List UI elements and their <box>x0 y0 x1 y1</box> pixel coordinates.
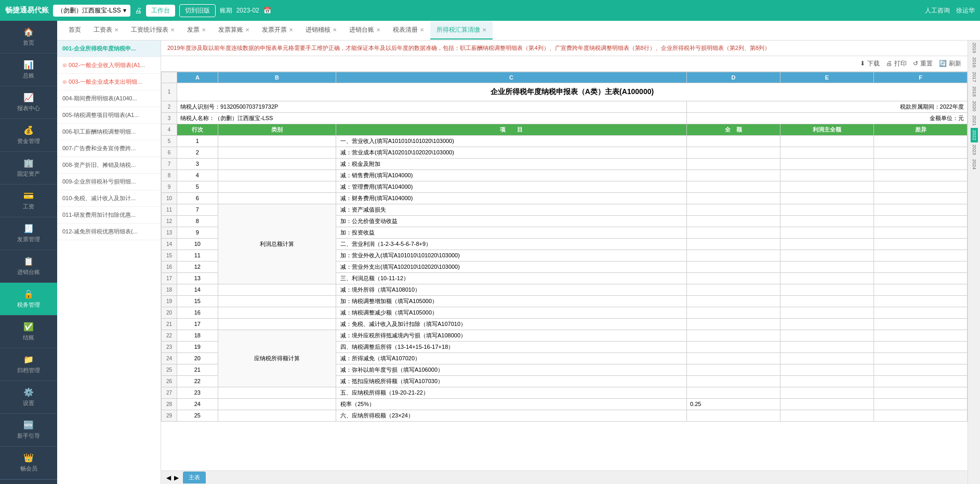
sidebar-label-invoice: 发票管理 <box>17 236 40 243</box>
assets-icon: 🏢 <box>23 158 34 168</box>
tab-trade-ledger[interactable]: 进销台账 ✕ <box>343 21 387 40</box>
sidebar-item-trade[interactable]: 📋 进销台账 <box>0 250 57 283</box>
sheet-tab-main[interactable]: 主表 <box>183 472 206 483</box>
row-num: 1 <box>162 83 177 101</box>
print-button[interactable]: 🖨 打印 <box>886 59 907 68</box>
close-icon[interactable]: ✕ <box>114 27 118 33</box>
sub-list: 001-企业所得税年度纳税申... ⊙ 002-一般企业收入明细表(A1... … <box>57 41 161 484</box>
sidebar-item-assets[interactable]: 🏢 固定资产 <box>0 152 57 185</box>
table-row: 18 14 减：境外所得（填写A108010） <box>162 284 968 295</box>
tab-income-tax[interactable]: 所得税汇算清缴 ✕ <box>430 21 493 40</box>
top-bar: 畅捷通易代账 （勿删）江西服宝-LSS ▾ 🖨 工作台 切到旧版 账期 2023… <box>0 0 980 21</box>
reset-button[interactable]: ↺ 重置 <box>913 59 933 68</box>
close-icon[interactable]: ✕ <box>333 27 337 33</box>
sidebar-item-settle[interactable]: ✅ 结账 <box>0 316 57 348</box>
prev-sheet-icon[interactable]: ◀ <box>166 474 171 481</box>
sidebar-label-report: 报表中心 <box>17 104 40 112</box>
close-icon[interactable]: ✕ <box>482 27 486 33</box>
sub-list-item-002[interactable]: ⊙ 002-一般企业收入明细表(A1... <box>57 57 161 74</box>
timeline-2020[interactable]: 2020 <box>971 99 978 113</box>
sidebar-item-member[interactable]: 👑 畅会员 <box>0 447 57 479</box>
close-icon[interactable]: ✕ <box>376 27 380 33</box>
sub-list-item-008[interactable]: 008-资产折旧、摊销及纳税... <box>57 157 161 174</box>
sidebar-bottom: 📌 取消固定 <box>0 479 57 484</box>
sidebar-item-home[interactable]: 🏠 首页 <box>0 21 57 54</box>
tab-salary-report[interactable]: 工资统计报表 ✕ <box>125 21 181 40</box>
sub-list-item-003[interactable]: ⊙ 003-一般企业成本支出明细... <box>57 74 161 90</box>
sidebar-label-trade: 进销台账 <box>17 268 40 276</box>
calendar-icon: 📅 <box>263 7 271 14</box>
sub-list-item-010[interactable]: 010-免税、减计收入及加计... <box>57 190 161 207</box>
sub-list-item-009[interactable]: 009-企业所得税补亏损明细... <box>57 174 161 190</box>
user-service[interactable]: 人工咨询 <box>925 6 950 15</box>
sidebar-item-ledger[interactable]: 📊 总账 <box>0 54 57 86</box>
trade-icon: 📋 <box>23 256 34 266</box>
tab-home[interactable]: 首页 <box>62 21 87 40</box>
sub-list-item-005[interactable]: 005-纳税调整项目明细表(A1... <box>57 107 161 124</box>
warning-bar: 2019年度涉及取以前年度连续数据的申报表单元格需要手工维护正确，才能保证本年及… <box>161 41 968 56</box>
download-button[interactable]: ⬇ 下载 <box>860 59 880 68</box>
sub-list-item-011[interactable]: 011-研发费用加计扣除优惠... <box>57 207 161 224</box>
sub-list-item-006[interactable]: 006-职工薪酬纳税调整明细... <box>57 124 161 140</box>
close-icon[interactable]: ✕ <box>170 27 175 33</box>
table-row: 6 2 减：营业成本(填写A102010\102020\103000) <box>162 147 968 158</box>
table-row: 11 7 利润总额计算 减：资产减值损失 <box>162 204 968 215</box>
timeline-2018[interactable]: 2018 <box>971 84 978 99</box>
workspace-button[interactable]: 工作台 <box>146 5 175 17</box>
row-num: 3 <box>162 112 177 124</box>
timeline-2021[interactable]: 2021 <box>971 113 978 128</box>
timeline-2016[interactable]: 2016 <box>971 55 978 70</box>
sidebar-item-capital[interactable]: 💰 资金管理 <box>0 119 57 152</box>
tab-trade-check[interactable]: 进销稽核 ✕ <box>299 21 343 40</box>
company-select[interactable]: （勿删）江西服宝-LSS ▾ <box>53 5 130 17</box>
tab-bar: 首页 工资表 ✕ 工资统计报表 ✕ 发票 ✕ 发票算账 ✕ 发票开票 ✕ 进销稽… <box>57 21 980 41</box>
timeline-2024[interactable]: 2024 <box>971 157 978 172</box>
sub-list-item-012[interactable]: 012-减免所得税优惠明细表(... <box>57 224 161 240</box>
warning-text: 2019年度涉及取以前年度连续数据的申报表单元格需要手工维护正确，才能保证本年及… <box>167 45 770 51</box>
switch-old-button[interactable]: 切到旧版 <box>179 4 216 17</box>
table-row: 19 15 加：纳税调整增加额（填写A105000） <box>162 295 968 307</box>
tab-invoice-open[interactable]: 发票开票 ✕ <box>256 21 299 40</box>
close-icon[interactable]: ✕ <box>202 27 206 33</box>
sheet-area: A B C D E F 1 <box>161 72 968 471</box>
tab-salary[interactable]: 工资表 ✕ <box>87 21 125 40</box>
period-value: 2023-02 <box>236 7 259 14</box>
table-row: 21 17 减：免税、减计收入及加计扣除（填写A107010） <box>162 318 968 330</box>
header-diff: 差异 <box>874 124 968 135</box>
sidebar-item-tax[interactable]: 🔒 税务管理 <box>0 283 57 316</box>
timeline-2022[interactable]: 2022 <box>971 128 978 142</box>
archive-icon: 📁 <box>23 355 34 364</box>
timeline-2017[interactable]: 2017 <box>971 70 978 84</box>
timeline-2023[interactable]: 2023 <box>971 142 978 157</box>
tab-invoice-calc[interactable]: 发票算账 ✕ <box>212 21 256 40</box>
tab-tax-list[interactable]: 税表清册 ✕ <box>387 21 430 40</box>
sidebar-item-settings[interactable]: ⚙️ 设置 <box>0 381 57 414</box>
sidebar-item-salary[interactable]: 💳 工资 <box>0 185 57 217</box>
refresh-button[interactable]: 🔄 刷新 <box>939 59 961 68</box>
sub-list-item-001[interactable]: 001-企业所得税年度纳税申... <box>57 41 161 57</box>
sub-list-item-007[interactable]: 007-广告费和业务宣传费跨... <box>57 140 161 157</box>
table-row: 20 16 减：纳税调整减少额（填写A105000） <box>162 307 968 318</box>
refresh-icon: 🔄 <box>939 60 947 67</box>
sidebar: 🏠 首页 📊 总账 📈 报表中心 💰 资金管理 🏢 固定资产 💳 工资 🧾 发票… <box>0 21 57 484</box>
sidebar-item-invoice[interactable]: 🧾 发票管理 <box>0 217 57 250</box>
table-row: 9 5 减：管理费用(填写A104000) <box>162 181 968 192</box>
pin-button[interactable]: 📌 取消固定 <box>0 479 57 484</box>
sidebar-label-settings: 设置 <box>23 399 34 407</box>
close-icon[interactable]: ✕ <box>245 27 249 33</box>
close-icon[interactable]: ✕ <box>420 27 424 33</box>
next-sheet-icon[interactable]: ▶ <box>174 474 179 481</box>
top-bar-right: 人工咨询 徐运华 <box>925 6 975 15</box>
guide-icon: 🆕 <box>23 420 34 430</box>
header-profit: 利润主全额 <box>780 124 874 135</box>
tab-invoice[interactable]: 发票 ✕ <box>181 21 212 40</box>
close-icon[interactable]: ✕ <box>289 27 293 33</box>
sidebar-item-archive[interactable]: 📁 归档管理 <box>0 348 57 381</box>
sidebar-item-report[interactable]: 📈 报表中心 <box>0 86 57 119</box>
sidebar-label-settle: 结账 <box>23 334 34 342</box>
timeline-sidebar: 2019 2016 2017 2018 2020 2021 2022 2023 … <box>968 41 980 484</box>
timeline-2019[interactable]: 2019 <box>971 41 978 55</box>
sub-list-item-004[interactable]: 004-期间费用明细表(A1040... <box>57 90 161 107</box>
print-icon: 🖨 <box>886 60 892 67</box>
sidebar-item-guide[interactable]: 🆕 新手引导 <box>0 414 57 447</box>
